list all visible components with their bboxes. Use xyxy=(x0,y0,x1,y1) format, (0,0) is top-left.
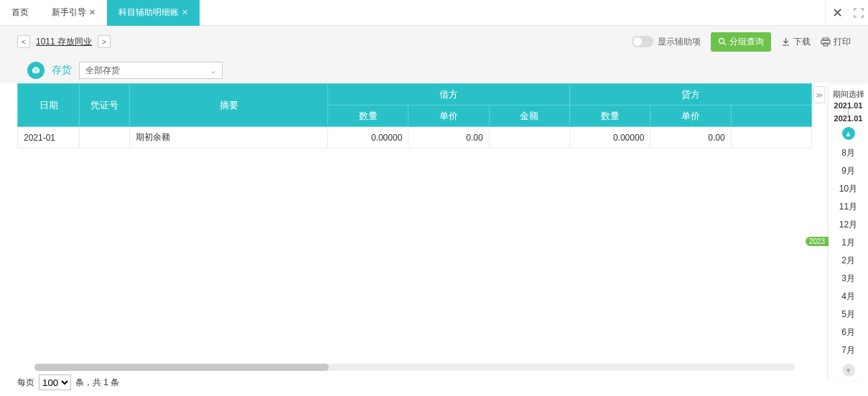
inventory-select[interactable]: 全部存货 ⌄ xyxy=(79,62,223,79)
col-summary: 摘要 xyxy=(130,84,328,127)
col-debit-amount: 金额 xyxy=(489,105,569,127)
pager: 每页 100 条，共 1 条 xyxy=(17,374,119,390)
print-icon xyxy=(821,37,831,47)
next-account-button[interactable]: > xyxy=(98,35,111,48)
close-icon[interactable]: ✕ xyxy=(89,8,95,17)
period-item[interactable]: 9月 xyxy=(829,162,868,180)
tab-ledger[interactable]: 科目辅助明细账✕ xyxy=(107,0,200,26)
col-credit-qty: 数量 xyxy=(569,105,650,127)
tab-guide[interactable]: 新手引导✕ xyxy=(40,0,107,26)
filter-label: 存货 xyxy=(52,64,72,77)
col-date: 日期 xyxy=(18,84,80,127)
filter-row: 存货 全部存货 ⌄ xyxy=(0,57,868,83)
horizontal-scrollbar[interactable] xyxy=(34,364,795,371)
download-icon xyxy=(781,37,790,47)
svg-line-1 xyxy=(724,43,726,45)
search-icon xyxy=(718,37,727,46)
col-credit: 贷方 xyxy=(569,84,811,105)
period-item[interactable]: 2023 1月 xyxy=(829,234,868,252)
period-item[interactable]: 7月 xyxy=(829,341,868,359)
period-item[interactable]: 4月 xyxy=(829,288,868,306)
account-link[interactable]: 1011 存放同业 xyxy=(36,36,92,48)
page-size-select[interactable]: 100 xyxy=(39,374,71,390)
period-title: 期间选择 xyxy=(829,88,868,101)
tab-bar: 首页 新手引导✕ 科目辅助明细账✕ ✕ xyxy=(0,0,868,26)
tab-home[interactable]: 首页 xyxy=(0,0,40,26)
col-debit-qty: 数量 xyxy=(328,105,409,127)
col-voucher: 凭证号 xyxy=(80,84,130,127)
show-aux-label: 显示辅助项 xyxy=(658,36,701,48)
period-scroll-down[interactable]: ▼ xyxy=(842,364,855,377)
download-button[interactable]: 下载 xyxy=(781,36,811,48)
period-list: 8月 9月 10月 11月 12月 2023 1月 2月 3月 4月 5月 6月… xyxy=(829,144,868,359)
expand-columns-button[interactable]: ≫ xyxy=(813,86,825,103)
group-query-button[interactable]: 分组查询 xyxy=(711,32,771,52)
close-all-button[interactable]: ✕ xyxy=(825,0,849,26)
period-item[interactable]: 12月 xyxy=(829,216,868,234)
period-panel: 期间选择 2021.01 | 2021.01 ▲ 8月 9月 10月 11月 1… xyxy=(828,85,868,381)
close-icon[interactable]: ✕ xyxy=(182,8,188,17)
period-item[interactable]: 5月 xyxy=(829,306,868,324)
table-row[interactable]: 2021-01 期初余额 0.00000 0.00 0.00000 0.00 xyxy=(18,127,812,148)
period-item[interactable]: 8月 xyxy=(829,144,868,162)
col-credit-price: 单价 xyxy=(650,105,731,127)
col-credit-extra xyxy=(731,105,811,127)
fullscreen-icon[interactable] xyxy=(849,0,868,26)
toolbar: < 1011 存放同业 > 显示辅助项 分组查询 下载 打印 xyxy=(0,26,868,57)
period-scroll-up[interactable]: ▲ xyxy=(842,127,855,140)
period-to[interactable]: 2021.01 xyxy=(829,114,868,123)
show-aux-toggle[interactable] xyxy=(632,36,653,47)
pager-total: 条，共 1 条 xyxy=(75,377,119,389)
print-button[interactable]: 打印 xyxy=(821,36,851,48)
period-item[interactable]: 10月 xyxy=(829,180,868,198)
svg-point-0 xyxy=(719,39,724,44)
col-debit-price: 单价 xyxy=(409,105,489,127)
col-debit: 借方 xyxy=(328,84,570,105)
inventory-icon xyxy=(27,62,45,79)
chevron-down-icon: ⌄ xyxy=(210,67,216,75)
period-item[interactable]: 6月 xyxy=(829,324,868,341)
scrollbar-thumb[interactable] xyxy=(34,364,329,371)
period-item[interactable]: 3月 xyxy=(829,270,868,288)
year-badge: 2023 xyxy=(806,237,829,246)
pager-label: 每页 xyxy=(17,377,34,389)
period-item[interactable]: 2月 xyxy=(829,252,868,270)
period-item[interactable]: 11月 xyxy=(829,198,868,216)
ledger-table: ≫ 日期 凭证号 摘要 借方 贷方 数量 单价 金额 数量 单价 2021-01 xyxy=(17,83,812,371)
prev-account-button[interactable]: < xyxy=(17,35,30,48)
